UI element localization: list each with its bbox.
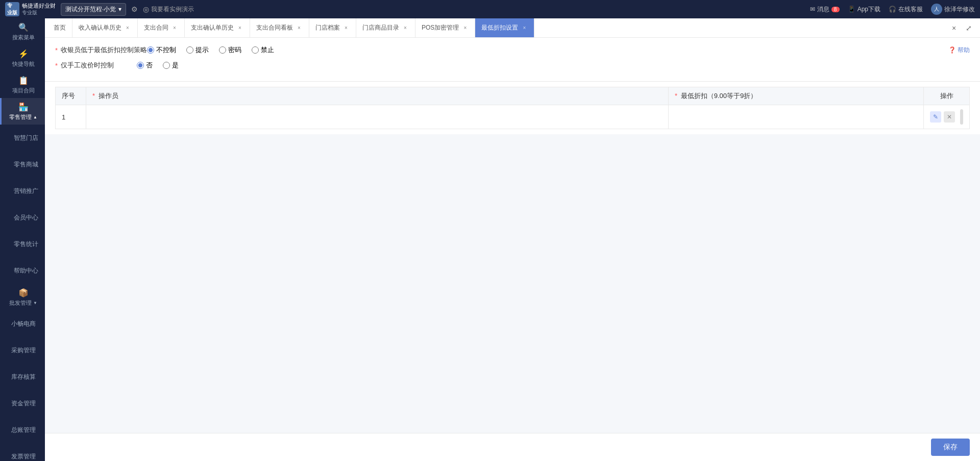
message-icon: ✉	[810, 6, 815, 13]
required-star-1: *	[55, 46, 58, 54]
sidebar-item-ecommerce[interactable]: 小畅电商	[0, 310, 45, 337]
radio-password-input[interactable]	[219, 46, 226, 54]
action-icons: ✎ ✕	[930, 109, 963, 125]
tab-pos-encrypt[interactable]: POS加密管理 ×	[415, 18, 475, 38]
table-scroll-area[interactable]: 序号 * 操作员 * 最低折扣（9.00等于9折）	[55, 87, 970, 129]
tab-income-close-btn[interactable]: ×	[124, 25, 131, 32]
tab-payment-contract[interactable]: 支出合同 ×	[138, 18, 185, 38]
sidebar-item-retail-mgmt[interactable]: 🏪 零售管理 ▲	[0, 98, 45, 125]
manual-price-label: * 仅手工改价时控制	[55, 61, 137, 70]
sidebar-label-quick-nav: 快捷导航	[12, 60, 35, 68]
sidebar-label-member-center: 会员中心	[14, 213, 38, 222]
sidebar-item-accounting[interactable]: 总账管理	[0, 417, 45, 443]
tab-income-confirm-history[interactable]: 收入确认单历史 ×	[72, 18, 138, 38]
sidebar-item-smart-store[interactable]: 智慧门店	[0, 125, 45, 151]
sidebar-label-accounting: 总账管理	[11, 426, 36, 434]
sidebar-item-retail-mall[interactable]: 零售商城	[0, 151, 45, 178]
sidebar-item-retail-stats[interactable]: 零售统计	[0, 231, 45, 257]
radio-forbid-label: 禁止	[261, 45, 274, 55]
radio-yes[interactable]: 是	[163, 61, 179, 70]
radio-no-input[interactable]	[137, 62, 144, 69]
radio-none[interactable]: 不控制	[147, 45, 176, 55]
sidebar-item-marketing[interactable]: 营销推广	[0, 178, 45, 204]
sidebar-item-search[interactable]: 🔍 搜索菜单	[0, 18, 45, 45]
radio-remind[interactable]: 提示	[186, 45, 209, 55]
sidebar-label-invoice-mgmt: 发票管理	[11, 452, 36, 461]
save-button[interactable]: 保存	[931, 439, 970, 456]
tab-bar-actions: × ⤢	[948, 22, 977, 34]
tab-payment-board-label: 支出合同看板	[256, 23, 293, 32]
project-selector[interactable]: 测试分开范程·小觉 ▾	[61, 3, 126, 16]
tab-income-label: 收入确认单历史	[79, 23, 121, 32]
settings-icon[interactable]: ⚙	[131, 5, 138, 13]
radio-forbid-input[interactable]	[252, 46, 259, 54]
online-service-label: 在线客服	[898, 5, 923, 14]
sidebar-label-inventory: 库存核算	[11, 373, 36, 381]
tab-store-product-close-btn[interactable]: ×	[402, 25, 409, 32]
bottom-bar: 保存	[45, 433, 980, 461]
discount-table: 序号 * 操作员 * 最低折扣（9.00等于9折）	[55, 87, 970, 129]
radio-remind-input[interactable]	[186, 46, 193, 54]
project-contract-icon: 📋	[18, 76, 29, 85]
tab-store-archive-close-btn[interactable]: ×	[342, 25, 350, 32]
tab-payment-board-close-btn[interactable]: ×	[296, 25, 303, 32]
radio-forbid[interactable]: 禁止	[252, 45, 274, 55]
tab-payment-contract-board[interactable]: 支出合同看板 ×	[250, 18, 309, 38]
tab-store-archive[interactable]: 门店档案 ×	[309, 18, 356, 38]
tab-min-discount-close-btn[interactable]: ×	[521, 25, 528, 32]
sidebar-item-inventory[interactable]: 库存核算	[0, 363, 45, 390]
tab-store-product-catalog[interactable]: 门店商品目录 ×	[356, 18, 415, 38]
table-header-row: 序号 * 操作员 * 最低折扣（9.00等于9折）	[56, 87, 970, 105]
radio-none-label: 不控制	[156, 45, 176, 55]
tab-home-label: 首页	[54, 23, 66, 32]
tab-payment-confirm-label: 支出确认单历史	[191, 23, 234, 32]
col-header-num: 序号	[56, 87, 86, 105]
edit-row-btn[interactable]: ✎	[930, 111, 941, 123]
tab-payment-confirm-history[interactable]: 支出确认单历史 ×	[185, 18, 250, 38]
app-download-btn[interactable]: 📱 App下载	[848, 5, 880, 14]
logo-icon: 专业版	[5, 2, 19, 16]
sidebar-item-batch-mgmt[interactable]: 📦 批发管理 ▼	[0, 284, 45, 310]
tab-payment-contract-close-btn[interactable]: ×	[171, 25, 178, 32]
sidebar-item-project-contract[interactable]: 📋 项目合同	[0, 71, 45, 98]
drag-handle[interactable]	[960, 109, 963, 125]
row-discount	[669, 105, 924, 129]
radio-none-input[interactable]	[147, 46, 154, 54]
sidebar-item-quick-nav[interactable]: ⚡ 快捷导航	[0, 45, 45, 71]
row-action: ✎ ✕	[924, 105, 970, 129]
radio-no-label: 否	[146, 61, 153, 70]
tab-min-discount-setting[interactable]: 最低折扣设置 ×	[475, 18, 534, 38]
sidebar-label-ecommerce: 小畅电商	[11, 320, 36, 328]
sidebar-label-marketing: 营销推广	[14, 187, 38, 196]
download-icon: 📱	[848, 6, 855, 13]
col-header-discount: * 最低折扣（9.00等于9折）	[669, 87, 924, 105]
sidebar-item-member-center[interactable]: 会员中心	[0, 204, 45, 231]
radio-password[interactable]: 密码	[219, 45, 241, 55]
sidebar-item-capital-mgmt[interactable]: 资金管理	[0, 390, 45, 417]
user-profile-btn[interactable]: 人 徐泽华修改	[931, 4, 975, 15]
table-container: 序号 * 操作员 * 最低折扣（9.00等于9折）	[45, 82, 980, 134]
required-star-2: *	[55, 62, 58, 69]
app-name: 畅捷通好业财 专业版	[22, 3, 56, 15]
help-button[interactable]: ❓ 帮助	[948, 46, 970, 55]
sidebar-item-help-center[interactable]: 帮助中心	[0, 257, 45, 284]
sidebar-item-invoice-mgmt[interactable]: 发票管理	[0, 443, 45, 461]
message-badge: 8	[831, 7, 840, 12]
app-download-label: App下载	[857, 5, 880, 14]
delete-row-btn[interactable]: ✕	[944, 111, 955, 123]
tab-expand-btn[interactable]: ⤢	[963, 22, 975, 34]
settings-panel: * 收银员低于最低折扣控制策略 不控制 提示	[45, 38, 980, 82]
sidebar-item-purchase-mgmt[interactable]: 采购管理	[0, 337, 45, 363]
tab-pos-close-btn[interactable]: ×	[461, 25, 469, 32]
tab-home[interactable]: 首页	[47, 18, 72, 38]
demo-link[interactable]: ◎ 我要看实例演示	[143, 5, 194, 14]
radio-no[interactable]: 否	[137, 61, 153, 70]
tab-close-all-btn[interactable]: ×	[948, 22, 960, 34]
row-operator	[86, 105, 669, 129]
app-logo: 专业版 畅捷通好业财 专业版	[5, 2, 56, 16]
radio-yes-input[interactable]	[163, 62, 170, 69]
messages-btn[interactable]: ✉ 消息 8	[810, 5, 840, 14]
tab-payment-confirm-close-btn[interactable]: ×	[236, 25, 243, 32]
sidebar: 🔍 搜索菜单 ⚡ 快捷导航 📋 项目合同 🏪 零售管理 ▲ 智慧门店 零售商城 …	[0, 18, 45, 461]
online-service-btn[interactable]: 🎧 在线客服	[889, 5, 923, 14]
